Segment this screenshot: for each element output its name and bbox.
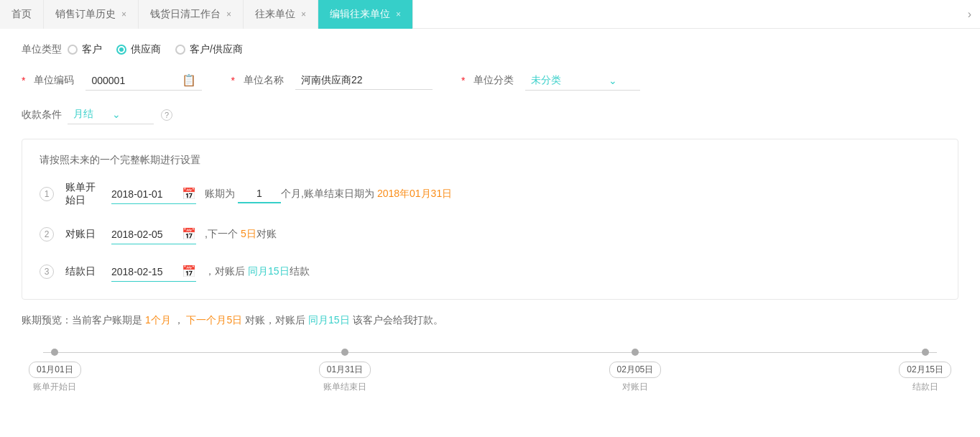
- unit-name-label: 单位名称: [244, 74, 284, 87]
- unit-code-required: *: [22, 75, 25, 86]
- tab-edit-partner[interactable]: 编辑往来单位 ×: [318, 0, 413, 29]
- tl-point-4: 02月15日 结款日: [899, 349, 951, 393]
- period-box: 请按照未来的一个完整帐期进行设置 1 账单开始日 📅 账期为 个月,账单结束日期…: [22, 139, 958, 300]
- tab-home[interactable]: 首页: [0, 0, 44, 29]
- tab-sales-order-label: 销售订单历史: [55, 8, 116, 21]
- period-row-2: 2 对账日 📅 ,下一个 5日 对账: [40, 224, 940, 244]
- tab-home-label: 首页: [11, 8, 32, 21]
- payment-help-icon[interactable]: ?: [161, 109, 172, 121]
- unit-type-row: 单位类型 客户 供应商 客户/供应商: [22, 43, 958, 56]
- unit-code-label: 单位编码: [34, 74, 74, 87]
- unit-code-input-wrapper: 📋: [85, 70, 202, 91]
- radio-both-label: 客户/供应商: [190, 43, 243, 56]
- period-row2-highlight: 5日: [241, 228, 256, 241]
- unit-fields-row: * 单位编码 📋 * 单位名称 * 单位分类 未分类 ⌄: [22, 70, 958, 91]
- tl-point-2: 01月31日 账单结束日: [319, 349, 371, 393]
- payment-row: 收款条件 月结 ⌄ ?: [22, 105, 958, 124]
- tab-cash-work[interactable]: 钱货日清工作台 ×: [139, 0, 244, 29]
- unit-name-group: * 单位名称: [231, 72, 432, 90]
- tab-partner-label: 往来单位: [255, 8, 295, 21]
- period-num-2: 2: [40, 227, 54, 242]
- tab-cash-work-close[interactable]: ×: [226, 9, 231, 19]
- period-row3-prefix: ，对账后: [205, 265, 245, 278]
- preview-mid1: ，: [174, 314, 184, 326]
- period-date-1: 📅: [111, 184, 196, 204]
- tl-label-1: 账单开始日: [33, 381, 76, 393]
- preview-part1: 1个月: [145, 314, 171, 326]
- tab-partner[interactable]: 往来单位 ×: [244, 0, 318, 29]
- unit-type-radio-group: 客户 供应商 客户/供应商: [68, 43, 243, 56]
- radio-supplier-label: 供应商: [131, 43, 161, 56]
- period-calendar-2-icon[interactable]: 📅: [182, 227, 196, 241]
- period-months-input[interactable]: [238, 185, 281, 203]
- unit-type-label: 单位类型: [22, 43, 62, 56]
- tab-edit-partner-close[interactable]: ×: [396, 9, 401, 19]
- unit-code-group: * 单位编码 📋: [22, 70, 202, 91]
- period-label-1: 账单开始日: [65, 181, 100, 207]
- period-date-1-input[interactable]: [111, 188, 176, 200]
- unit-name-required: *: [231, 75, 234, 86]
- tl-label-4: 结款日: [912, 381, 938, 393]
- period-row2-prefix: ,下一个: [205, 228, 238, 241]
- tab-expand-button[interactable]: ›: [959, 0, 980, 29]
- radio-customer-label: 客户: [82, 43, 102, 56]
- period-label-3: 结款日: [65, 265, 100, 278]
- preview-part2: 下一个月5日: [186, 314, 242, 326]
- period-end-date: 2018年01月31日: [377, 188, 452, 201]
- unit-class-required: *: [461, 75, 465, 86]
- unit-code-input[interactable]: [91, 75, 177, 86]
- payment-value: 月结: [73, 108, 93, 121]
- radio-both[interactable]: 客户/供应商: [175, 43, 243, 56]
- period-num-1: 1: [40, 187, 54, 201]
- tl-badge-4: 02月15日: [899, 362, 951, 378]
- payment-select[interactable]: 月结 ⌄: [68, 105, 154, 124]
- tl-point-1: 01月01日 账单开始日: [29, 349, 81, 393]
- preview-section: 账期预览：当前客户账期是 1个月 ， 下一个月5日 对账，对账后 同月15日 该…: [22, 311, 958, 327]
- period-text-period: 账期为: [205, 188, 235, 201]
- tl-dot-3: [632, 349, 639, 356]
- period-title: 请按照未来的一个完整帐期进行设置: [40, 154, 940, 167]
- tl-dot-1: [51, 349, 58, 356]
- preview-end: 该客户会给我打款。: [353, 314, 443, 326]
- tab-cash-work-label: 钱货日清工作台: [150, 8, 221, 21]
- radio-both-circle: [175, 45, 185, 55]
- unit-class-group: * 单位分类 未分类 ⌄: [461, 71, 640, 91]
- period-date-2: 📅: [111, 224, 196, 244]
- radio-customer[interactable]: 客户: [68, 43, 102, 56]
- tl-badge-3: 02月05日: [609, 362, 662, 378]
- unit-name-input[interactable]: [295, 72, 433, 90]
- period-date-3-input[interactable]: [111, 266, 176, 277]
- preview-part3: 同月15日: [308, 314, 350, 326]
- period-row3-suffix: 结款: [290, 265, 310, 278]
- period-row2-suffix: 对账: [256, 228, 277, 241]
- unit-class-arrow-icon: ⌄: [609, 75, 617, 86]
- radio-supplier[interactable]: 供应商: [116, 43, 161, 56]
- period-date-2-input[interactable]: [111, 229, 176, 240]
- radio-supplier-circle: [116, 45, 126, 55]
- period-num-3: 3: [40, 264, 54, 279]
- period-row3-highlight: 同月15日: [248, 265, 290, 278]
- tl-badge-1: 01月01日: [29, 362, 81, 378]
- preview-mid2: 对账，对账后: [245, 314, 305, 326]
- main-content: 单位类型 客户 供应商 客户/供应商 * 单位编码 📋: [0, 29, 980, 437]
- tab-edit-partner-label: 编辑往来单位: [330, 8, 390, 21]
- unit-class-label: 单位分类: [473, 74, 514, 87]
- tab-partner-close[interactable]: ×: [301, 9, 306, 19]
- tab-sales-order[interactable]: 销售订单历史 ×: [44, 0, 139, 29]
- tab-sales-order-close[interactable]: ×: [121, 9, 126, 19]
- period-label-2: 对账日: [65, 228, 100, 241]
- unit-class-select[interactable]: 未分类 ⌄: [525, 71, 640, 91]
- unit-code-icon[interactable]: 📋: [182, 73, 196, 87]
- radio-customer-circle: [68, 45, 78, 55]
- tl-point-3: 02月05日 对账日: [609, 349, 662, 393]
- payment-label: 收款条件: [22, 109, 62, 121]
- period-calendar-1-icon[interactable]: 📅: [182, 187, 196, 201]
- period-calendar-3-icon[interactable]: 📅: [182, 264, 196, 278]
- unit-class-value: 未分类: [531, 74, 561, 87]
- timeline-section: 01月01日 账单开始日 01月31日 账单结束日 02月05日 对账日 02月…: [22, 341, 958, 393]
- tl-dot-4: [922, 349, 929, 356]
- tl-label-2: 账单结束日: [323, 381, 366, 393]
- tl-label-3: 对账日: [622, 381, 648, 393]
- tabs-bar: 首页 销售订单历史 × 钱货日清工作台 × 往来单位 × 编辑往来单位 × ›: [0, 0, 980, 29]
- period-months-suffix: 个月,账单结束日期为: [281, 188, 374, 201]
